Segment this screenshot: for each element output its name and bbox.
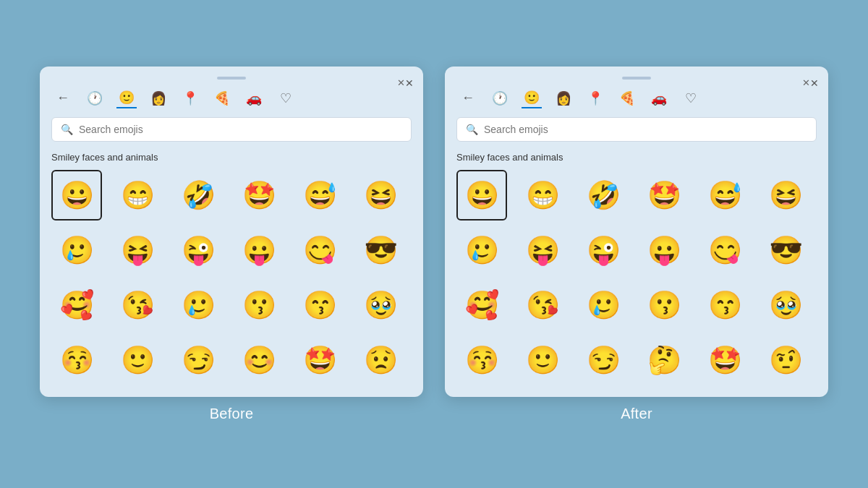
- emoji-cell-after-1[interactable]: 😁: [517, 170, 568, 221]
- emoji-cell-after-10[interactable]: 😋: [699, 225, 750, 275]
- emoji-cell-after-4[interactable]: 😅: [699, 170, 750, 221]
- section-title-after: Smiley faces and animals: [456, 152, 817, 163]
- emoji-cell-before-11[interactable]: 😎: [355, 225, 406, 275]
- before-label: Before: [210, 406, 254, 422]
- symbols-icon-after[interactable]: ♡: [681, 88, 701, 108]
- after-panel: ✕ ← 🕐 🙂 👩 📍 🍕 🚗 ♡ 🔍 Smiley faces and ani…: [445, 67, 828, 397]
- search-input-after[interactable]: [484, 124, 807, 135]
- emoji-cell-after-7[interactable]: 😝: [517, 225, 568, 275]
- emoji-grid-before: 😀 😁 🤣 🤩 😅 😆 🥲 😝 😜 😛 😋 😎 🥰 😘 🥲 😗 😙 🥹: [51, 170, 412, 385]
- emoji-cell-before-18[interactable]: 😚: [51, 335, 102, 385]
- emoji-cell-after-17[interactable]: 🥹: [760, 280, 811, 330]
- emoji-cell-before-15[interactable]: 😗: [234, 280, 284, 330]
- nav-bar-after: ← 🕐 🙂 👩 📍 🍕 🚗 ♡: [456, 88, 817, 108]
- travel-icon-after[interactable]: 🚗: [649, 88, 669, 108]
- close-button-before[interactable]: ✕: [399, 77, 412, 90]
- people-icon-after[interactable]: 👩: [553, 88, 574, 108]
- emoji-cell-after-8[interactable]: 😜: [578, 225, 629, 275]
- emoji-cell-before-14[interactable]: 🥲: [173, 280, 224, 330]
- emoji-cell-before-22[interactable]: 🤩: [294, 335, 345, 385]
- emoji-cell-before-3[interactable]: 🤩: [234, 170, 284, 221]
- emoji-cell-after-12[interactable]: 🥰: [456, 280, 507, 330]
- nav-bar-before: ← 🕐 🙂 👩 📍 🍕 🚗 ♡: [51, 88, 412, 108]
- emoji-cell-before-4[interactable]: 😅: [294, 170, 345, 221]
- symbols-icon-before[interactable]: ♡: [276, 88, 296, 108]
- emoji-cell-before-19[interactable]: 🙂: [112, 335, 163, 385]
- emoji-cell-before-12[interactable]: 🥰: [51, 280, 102, 330]
- search-box-before[interactable]: 🔍: [51, 117, 412, 142]
- emoji-cell-after-23[interactable]: 🤨: [760, 335, 811, 385]
- back-icon-after[interactable]: ←: [458, 88, 478, 108]
- people-icon-before[interactable]: 👩: [148, 88, 169, 108]
- emoji-cell-before-20[interactable]: 😏: [173, 335, 224, 385]
- emoji-cell-after-3[interactable]: 🤩: [639, 170, 689, 221]
- emoji-cell-after-13[interactable]: 😘: [517, 280, 568, 330]
- emoji-cell-before-2[interactable]: 🤣: [173, 170, 224, 221]
- after-panel-wrapper: ✕ ← 🕐 🙂 👩 📍 🍕 🚗 ♡ 🔍 Smiley faces and ani…: [445, 67, 828, 422]
- search-input-before[interactable]: [79, 124, 402, 135]
- emoji-cell-after-20[interactable]: 😏: [578, 335, 629, 385]
- emoji-cell-before-16[interactable]: 😙: [294, 280, 345, 330]
- places-icon-after[interactable]: 📍: [585, 88, 605, 108]
- search-icon-after: 🔍: [466, 124, 478, 135]
- emoji-cell-before-9[interactable]: 😛: [234, 225, 284, 275]
- places-icon-before[interactable]: 📍: [180, 88, 200, 108]
- emoji-cell-before-6[interactable]: 🥲: [51, 225, 102, 275]
- emoji-cell-after-15[interactable]: 😗: [639, 280, 689, 330]
- back-icon-before[interactable]: ←: [53, 88, 73, 108]
- recent-icon-after[interactable]: 🕐: [490, 88, 510, 108]
- emoji-cell-after-9[interactable]: 😛: [639, 225, 689, 275]
- close-button-after[interactable]: ✕: [804, 77, 817, 90]
- search-box-after[interactable]: 🔍: [456, 117, 817, 142]
- emoji-cell-before-1[interactable]: 😁: [112, 170, 163, 221]
- smiley-icon-before[interactable]: 🙂: [116, 88, 137, 108]
- drag-handle-before: [217, 77, 246, 80]
- emoji-cell-before-23[interactable]: 😟: [355, 335, 406, 385]
- drag-handle-after: [622, 77, 651, 80]
- emoji-cell-before-10[interactable]: 😋: [294, 225, 345, 275]
- emoji-cell-before-13[interactable]: 😘: [112, 280, 163, 330]
- section-title-before: Smiley faces and animals: [51, 152, 412, 163]
- before-panel: ✕ ← 🕐 🙂 👩 📍 🍕 🚗 ♡ 🔍 Smiley faces and ani…: [40, 67, 423, 397]
- emoji-cell-after-18[interactable]: 😚: [456, 335, 507, 385]
- panels-container: ✕ ← 🕐 🙂 👩 📍 🍕 🚗 ♡ 🔍 Smiley faces and ani…: [40, 67, 828, 422]
- emoji-cell-after-11[interactable]: 😎: [760, 225, 811, 275]
- emoji-cell-after-22[interactable]: 🤩: [699, 335, 750, 385]
- emoji-cell-before-7[interactable]: 😝: [112, 225, 163, 275]
- emoji-cell-before-5[interactable]: 😆: [355, 170, 406, 221]
- food-icon-after[interactable]: 🍕: [617, 88, 637, 108]
- emoji-cell-before-21[interactable]: 😊: [234, 335, 284, 385]
- emoji-cell-after-19[interactable]: 🙂: [517, 335, 568, 385]
- emoji-cell-after-2[interactable]: 🤣: [578, 170, 629, 221]
- emoji-cell-after-14[interactable]: 🥲: [578, 280, 629, 330]
- emoji-cell-after-21[interactable]: 🤔: [639, 335, 689, 385]
- emoji-cell-after-0[interactable]: 😀: [456, 170, 507, 221]
- recent-icon-before[interactable]: 🕐: [85, 88, 105, 108]
- emoji-cell-after-16[interactable]: 😙: [699, 280, 750, 330]
- smiley-icon-after[interactable]: 🙂: [522, 88, 542, 108]
- search-icon-before: 🔍: [61, 124, 73, 135]
- emoji-cell-before-8[interactable]: 😜: [173, 225, 224, 275]
- travel-icon-before[interactable]: 🚗: [244, 88, 264, 108]
- before-panel-wrapper: ✕ ← 🕐 🙂 👩 📍 🍕 🚗 ♡ 🔍 Smiley faces and ani…: [40, 67, 423, 422]
- emoji-cell-after-5[interactable]: 😆: [760, 170, 811, 221]
- emoji-cell-before-17[interactable]: 🥹: [355, 280, 406, 330]
- emoji-cell-after-6[interactable]: 🥲: [456, 225, 507, 275]
- emoji-grid-after: 😀 😁 🤣 🤩 😅 😆 🥲 😝 😜 😛 😋 😎 🥰 😘 🥲 😗 😙 🥹: [456, 170, 817, 385]
- emoji-cell-before-0[interactable]: 😀: [51, 170, 102, 221]
- food-icon-before[interactable]: 🍕: [212, 88, 232, 108]
- after-label: After: [621, 406, 652, 422]
